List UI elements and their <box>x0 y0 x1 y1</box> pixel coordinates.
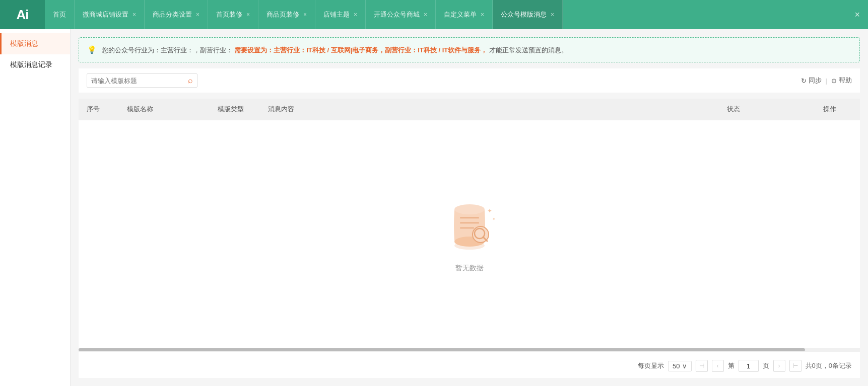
nav-tab-close-5[interactable]: × <box>354 11 357 18</box>
nav-tab-label-1: 微商城店铺设置 <box>83 10 128 19</box>
last-page-button[interactable]: ⊢ <box>789 360 802 372</box>
nav-tab-6[interactable]: 开通公众号商城× <box>366 0 436 29</box>
sidebar-item-1[interactable]: 模版消息记录 <box>0 54 70 75</box>
nav-tab-close-7[interactable]: × <box>481 11 484 18</box>
notice-icon: 💡 <box>87 45 97 54</box>
sidebar: 模版消息模版消息记录 <box>0 29 71 386</box>
app-logo: Ai <box>0 0 45 29</box>
next-page-button[interactable]: › <box>773 360 785 372</box>
page-size-chevron: ∨ <box>682 362 687 370</box>
page-size-value: 50 <box>673 362 680 370</box>
page-label: 页 <box>763 361 769 370</box>
nav-tab-close-3[interactable]: × <box>246 11 250 18</box>
svg-text:✦: ✦ <box>492 217 496 221</box>
sync-button[interactable]: ↻ 同步 <box>801 76 822 85</box>
notice-prefix: 您的公众号行业为：主营行业：，副营行业： <box>102 46 233 54</box>
page-size-select[interactable]: 50 ∨ <box>668 361 691 371</box>
sync-label: 同步 <box>809 76 822 85</box>
nav-tab-label-6: 开通公众号商城 <box>374 10 420 19</box>
col-name: 模版名称 <box>119 99 210 120</box>
nav-tab-label-0: 首页 <box>53 10 66 19</box>
main-layout: 模版消息模版消息记录 💡 您的公众号行业为：主营行业：，副营行业： 需要设置为：… <box>0 29 868 386</box>
nav-tab-label-2: 商品分类设置 <box>153 10 192 19</box>
empty-text: 暂无数据 <box>455 264 484 273</box>
nav-tab-close-8[interactable]: × <box>551 11 554 18</box>
notice-suffix: 才能正常发送预置的消息。 <box>489 46 568 54</box>
search-input-wrapper[interactable]: ⌕ <box>87 73 197 88</box>
col-seq: 序号 <box>79 99 119 120</box>
search-input[interactable] <box>91 77 185 85</box>
col-status: 状态 <box>719 99 799 120</box>
table-header: 序号 模版名称 模版类型 消息内容 状态 操作 <box>79 99 860 120</box>
page-prefix: 第 <box>728 361 735 370</box>
nav-tab-close-1[interactable]: × <box>132 11 136 18</box>
top-nav: Ai 首页微商城店铺设置×商品分类设置×首页装修×商品页装修×店铺主题×开通公众… <box>0 0 868 29</box>
col-content: 消息内容 <box>260 99 719 120</box>
col-type: 模版类型 <box>210 99 260 120</box>
sync-icon: ↻ <box>801 77 807 85</box>
total-info: 共0页，0条记录 <box>806 361 852 370</box>
nav-tab-4[interactable]: 商品页装修× <box>258 0 315 29</box>
table-container: 序号 模版名称 模版类型 消息内容 状态 操作 <box>79 99 860 378</box>
scroll-thumb[interactable] <box>79 348 805 351</box>
nav-tab-5[interactable]: 店铺主题× <box>315 0 366 29</box>
nav-tab-label-3: 首页装修 <box>216 10 242 19</box>
pagination-bar: 每页显示 50 ∨ ⊣ ‹ 第 页 › ⊢ 共0页，0条记录 <box>79 356 860 378</box>
empty-icon: ✦ ✦ <box>439 195 500 256</box>
nav-tab-2[interactable]: 商品分类设置× <box>145 0 208 29</box>
empty-state: ✦ ✦ 暂无数据 <box>79 120 860 348</box>
prev-page-button[interactable]: ‹ <box>712 360 724 372</box>
notice-highlight: 需要设置为：主营行业：IT科技 / 互联网|电子商务，副营行业：IT科技 / I… <box>234 46 487 54</box>
current-page-input[interactable] <box>739 360 759 372</box>
search-bar: ⌕ ↻ 同步 | ⊙ 帮助 <box>79 68 860 93</box>
nav-tabs: 首页微商城店铺设置×商品分类设置×首页装修×商品页装修×店铺主题×开通公众号商城… <box>45 0 846 29</box>
content-area: 💡 您的公众号行业为：主营行业：，副营行业： 需要设置为：主营行业：IT科技 /… <box>71 29 868 386</box>
nav-tab-label-7: 自定义菜单 <box>444 10 477 19</box>
svg-point-1 <box>454 204 485 214</box>
nav-tab-8[interactable]: 公众号模版消息× <box>493 0 563 29</box>
nav-tab-0[interactable]: 首页 <box>45 0 75 29</box>
nav-tab-1[interactable]: 微商城店铺设置× <box>75 0 145 29</box>
nav-tab-close-2[interactable]: × <box>196 11 199 18</box>
help-label: 帮助 <box>839 76 852 85</box>
close-all-button[interactable]: × <box>846 0 868 29</box>
scroll-track[interactable] <box>79 348 860 352</box>
help-button[interactable]: ⊙ 帮助 <box>831 76 852 85</box>
nav-tab-7[interactable]: 自定义菜单× <box>436 0 493 29</box>
sidebar-item-0[interactable]: 模版消息 <box>0 33 70 54</box>
nav-tab-label-4: 商品页装修 <box>266 10 299 19</box>
nav-tab-label-5: 店铺主题 <box>323 10 350 19</box>
first-page-button[interactable]: ⊣ <box>696 360 708 372</box>
nav-tab-3[interactable]: 首页装修× <box>208 0 258 29</box>
divider: | <box>826 77 827 85</box>
nav-tab-close-4[interactable]: × <box>303 11 307 18</box>
nav-tab-label-8: 公众号模版消息 <box>501 10 547 19</box>
svg-text:✦: ✦ <box>487 207 492 214</box>
col-action: 操作 <box>799 99 860 120</box>
help-icon: ⊙ <box>831 77 837 85</box>
nav-tab-close-6[interactable]: × <box>424 11 427 18</box>
toolbar-right: ↻ 同步 | ⊙ 帮助 <box>801 76 852 85</box>
notice-banner: 💡 您的公众号行业为：主营行业：，副营行业： 需要设置为：主营行业：IT科技 /… <box>79 37 860 62</box>
search-icon[interactable]: ⌕ <box>188 76 193 85</box>
page-size-label: 每页显示 <box>638 361 664 370</box>
